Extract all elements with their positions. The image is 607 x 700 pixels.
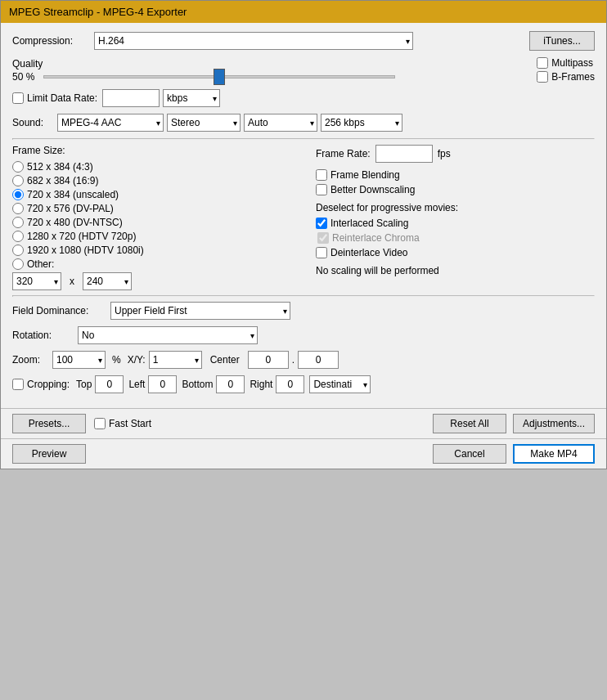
cancel-button[interactable]: Cancel [433,444,506,464]
limit-data-rate-label[interactable]: Limit Data Rate: [12,92,97,104]
radio-512[interactable]: 512 x 384 (4:3) [12,161,291,173]
better-downscaling-label[interactable]: Better Downscaling [316,184,595,195]
radio-1920[interactable]: 1920 x 1080 (HDTV 1080i) [12,245,291,256]
sound-codec-select[interactable]: MPEG-4 AAC AAC MP3 None [57,114,164,132]
rotation-select[interactable]: No 90° CW 90° CCW 180° [78,326,258,344]
reset-all-button[interactable]: Reset All [433,414,506,433]
left-input[interactable] [148,375,177,393]
sound-channels-select[interactable]: Stereo Mono 5.1 [167,114,241,132]
make-mp4-button[interactable]: Make MP4 [513,444,595,464]
bottom-label: Bottom [182,379,213,390]
radio-other[interactable]: Other: [12,258,291,270]
bottom-right-buttons: Reset All Adjustments... [433,414,595,433]
sound-label: Sound: [12,117,57,128]
multipass-checkbox[interactable] [537,57,548,69]
better-downscaling-text: Better Downscaling [330,184,415,195]
main-window: MPEG Streamclip - MPEG-4 Exporter Compre… [0,0,607,469]
radio-720-480-input[interactable] [12,217,24,228]
reinterlace-chroma-label[interactable]: Reinterlace Chroma [317,232,595,244]
destination-select[interactable]: Destinati [309,375,371,393]
sound-codec-wrapper[interactable]: MPEG-4 AAC AAC MP3 None [57,114,164,132]
center-y-input[interactable] [298,351,339,369]
bframes-checkbox[interactable] [537,71,548,83]
other-width-select[interactable]: 320 640 1280 [12,272,61,290]
top-label: Top [76,379,92,390]
bottom-input[interactable] [216,375,245,393]
field-dominance-wrapper[interactable]: Upper Field First Lower Field First None [110,302,290,320]
right-input[interactable] [276,375,304,393]
destination-wrapper[interactable]: Destinati [309,375,371,393]
radio-720-384-label: 720 x 384 (unscaled) [27,189,119,200]
radio-other-label: Other: [27,258,54,270]
radio-720-576[interactable]: 720 x 576 (DV-PAL) [12,203,291,214]
quality-row: Quality 50 % Multipass B-Frames [12,57,595,83]
presets-button[interactable]: Presets... [12,414,86,433]
radio-720-384-input[interactable] [12,189,24,200]
radio-682[interactable]: 682 x 384 (16:9) [12,175,291,186]
xy-value-wrapper[interactable]: 1 0.5 2 [149,351,202,369]
sound-bitrate-wrapper[interactable]: 64 kbps 128 kbps 192 kbps 256 kbps 320 k… [321,114,402,132]
radio-512-input[interactable] [12,161,24,173]
center-label: Center [210,354,240,366]
frame-section: Frame Size: 512 x 384 (4:3) 682 x 384 (1… [12,145,595,290]
quality-value: 50 % [12,71,37,83]
x-label: x [70,276,74,287]
sound-samplerate-wrapper[interactable]: Auto 44100 48000 [244,114,317,132]
zoom-value-wrapper[interactable]: 50 75 100 125 150 [52,351,106,369]
sound-samplerate-select[interactable]: Auto 44100 48000 [244,114,317,132]
frame-rate-input[interactable] [375,145,433,163]
zoom-value-select[interactable]: 50 75 100 125 150 [52,351,106,369]
radio-1280-input[interactable] [12,231,24,242]
kbps-select-wrapper[interactable]: kbps Mbps [163,89,220,107]
xy-value-select[interactable]: 1 0.5 2 [149,351,202,369]
adjustments-button[interactable]: Adjustments... [513,414,595,433]
interlaced-scaling-checkbox[interactable] [316,218,327,229]
other-width-wrapper[interactable]: 320 640 1280 [12,272,61,290]
radio-other-input[interactable] [12,258,24,270]
other-height-wrapper[interactable]: 240 480 720 [83,272,132,290]
cropping-checkbox-label[interactable]: Cropping: [12,379,70,390]
radio-1920-input[interactable] [12,245,24,256]
cropping-checkbox[interactable] [12,379,24,390]
multipass-checkbox-label[interactable]: Multipass [537,57,593,69]
right-label: Right [250,379,272,390]
fast-start-label[interactable]: Fast Start [94,418,151,429]
bframes-checkbox-label[interactable]: B-Frames [537,71,595,83]
preview-button[interactable]: Preview [12,444,86,464]
frame-size-group: 512 x 384 (4:3) 682 x 384 (16:9) 720 x 3… [12,161,291,290]
sound-bitrate-select[interactable]: 64 kbps 128 kbps 192 kbps 256 kbps 320 k… [321,114,402,132]
radio-1280[interactable]: 1280 x 720 (HDTV 720p) [12,231,291,242]
field-dominance-row: Field Dominance: Upper Field First Lower… [12,302,595,320]
other-height-select[interactable]: 240 480 720 [83,272,132,290]
xy-label: X/Y: [128,354,146,366]
itunes-button[interactable]: iTunes... [529,31,595,51]
limit-data-rate-checkbox[interactable] [12,92,24,104]
fast-start-checkbox[interactable] [94,418,106,429]
compression-select[interactable]: H.264 H.265 MPEG-4 Video None [94,32,413,50]
limit-data-rate-input[interactable] [102,89,160,107]
radio-720-480[interactable]: 720 x 480 (DV-NTSC) [12,217,291,228]
left-label: Left [128,379,145,390]
radio-720-576-input[interactable] [12,203,24,214]
frame-blending-label[interactable]: Frame Blending [316,169,595,181]
field-dominance-select[interactable]: Upper Field First Lower Field First None [110,302,290,320]
better-downscaling-checkbox[interactable] [316,184,327,195]
deinterlace-video-checkbox[interactable] [316,247,327,258]
radio-720-480-label: 720 x 480 (DV-NTSC) [27,217,123,228]
reinterlace-chroma-text: Reinterlace Chroma [332,232,420,244]
kbps-select[interactable]: kbps Mbps [163,89,220,107]
divider1 [12,138,595,140]
interlaced-scaling-label[interactable]: Interlaced Scaling [316,218,595,229]
quality-slider[interactable] [43,75,395,79]
frame-size-col: Frame Size: 512 x 384 (4:3) 682 x 384 (1… [12,145,291,290]
compression-select-wrapper[interactable]: H.264 H.265 MPEG-4 Video None [94,32,413,50]
center-x-input[interactable] [248,351,289,369]
sound-channels-wrapper[interactable]: Stereo Mono 5.1 [167,114,241,132]
radio-682-input[interactable] [12,175,24,186]
radio-720-384[interactable]: 720 x 384 (unscaled) [12,189,291,200]
top-input[interactable] [95,375,124,393]
frame-rate-label: Frame Rate: [316,148,371,159]
deinterlace-video-label[interactable]: Deinterlace Video [316,247,595,258]
frame-blending-checkbox[interactable] [316,169,327,181]
rotation-wrapper[interactable]: No 90° CW 90° CCW 180° [78,326,258,344]
